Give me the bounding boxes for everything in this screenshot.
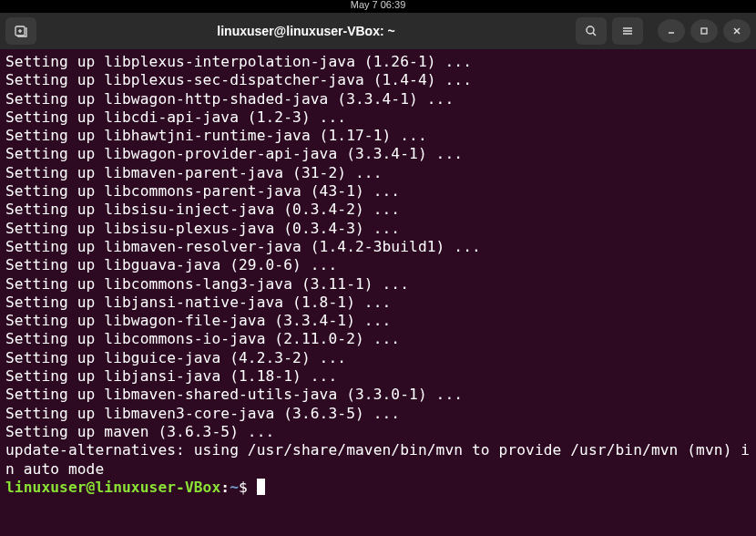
window-titlebar: linuxuser@linuxuser-VBox: ~: [0, 13, 756, 49]
terminal-lines: Setting up libplexus-interpolation-java …: [5, 53, 750, 478]
maximize-icon: [700, 26, 709, 36]
hamburger-icon: [621, 25, 634, 37]
system-topbar: May 7 06:39: [0, 0, 756, 13]
search-button[interactable]: [576, 17, 607, 45]
prompt-dollar: $: [239, 479, 257, 496]
prompt-colon: :: [220, 479, 230, 496]
minimize-button[interactable]: [658, 19, 685, 43]
new-tab-button[interactable]: [5, 17, 36, 45]
minimize-icon: [667, 26, 676, 36]
search-icon: [585, 25, 598, 37]
close-icon: [732, 26, 741, 36]
terminal-output[interactable]: Setting up libplexus-interpolation-java …: [0, 49, 756, 536]
clock-text: May 7 06:39: [351, 0, 406, 10]
new-tab-icon: [14, 24, 28, 38]
prompt-user-host: linuxuser@linuxuser-VBox: [5, 479, 220, 496]
svg-line-4: [593, 33, 596, 36]
terminal-cursor: [257, 479, 265, 495]
close-button[interactable]: [723, 19, 751, 43]
maximize-button[interactable]: [690, 19, 718, 43]
menu-button[interactable]: [612, 17, 643, 45]
prompt-path: ~: [230, 479, 239, 496]
window-title: linuxuser@linuxuser-VBox: ~: [42, 24, 570, 38]
svg-rect-9: [701, 28, 707, 34]
svg-point-3: [587, 26, 594, 34]
